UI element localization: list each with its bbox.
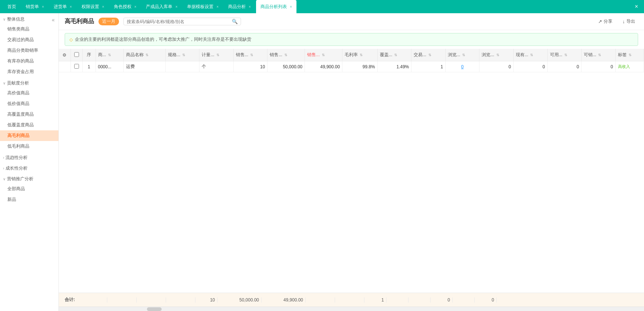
th-gross-margin[interactable]: 毛利率 ⇅ (342, 49, 378, 61)
sidebar-item-category-assist-rate[interactable]: 商品分类助销率 (0, 45, 58, 56)
sidebar-item-high-value-products[interactable]: 高价值商品 (0, 88, 58, 98)
th-settings[interactable]: ⚙ (59, 49, 71, 61)
sidebar-group-contribution-analysis[interactable]: ∨ 贡献度分析 (0, 77, 58, 88)
table-row: 1 0000... 运费 个 10 50,000.00 49,900.00 99… (59, 61, 644, 72)
chevron-down-icon: ∨ (3, 17, 6, 21)
cell-coverage: 1.49% (377, 61, 411, 72)
nav-close-all[interactable]: × (632, 3, 641, 10)
th-checkbox[interactable] (71, 49, 82, 61)
top-nav: 首页 销货单 × 进货单 × 权限设置 × 角色授权 × 产成品入库单 × 单据… (0, 0, 644, 13)
sidebar-group-growth-analysis[interactable]: › 成长性分析 (0, 162, 58, 173)
info-banner: ◇ 企业的主要的利润都是这部分商品创造的，可考虑加大推广，同时关注库存是不要出现… (65, 33, 638, 46)
th-trade-count[interactable]: 交易... ⇅ (411, 49, 446, 61)
footer-cell-spacer3 (137, 297, 166, 303)
chevron-right-icon-2: › (3, 166, 4, 170)
sidebar-item-high-margin-products[interactable]: 高毛利商品 (0, 130, 58, 141)
sidebar-item-low-margin-products[interactable]: 低毛利商品 (0, 141, 58, 152)
th-spec[interactable]: 规格... ⇅ (165, 49, 199, 61)
th-tag[interactable]: 标签 ⇅ (615, 49, 644, 61)
row-checkbox[interactable] (74, 64, 79, 69)
scrollbar-thumb[interactable] (147, 307, 162, 311)
th-sales-amount[interactable]: 销售... ⇅ (267, 49, 305, 61)
footer-cell-stock-sellable: 0 (475, 297, 497, 303)
nav-product-analysis-list-close[interactable]: × (290, 5, 292, 9)
nav-doc-template[interactable]: 单据模板设置 × (183, 0, 223, 13)
footer-bar: 合计: 10 50,000.00 49,900.00 1 0 0 (59, 293, 644, 307)
chevron-down-icon-2: ∨ (3, 81, 6, 85)
cell-views2: 0 (479, 61, 514, 72)
cell-checkbox[interactable] (71, 61, 82, 72)
nav-sales-order[interactable]: 销货单 × (21, 0, 48, 13)
main-layout: « ∨ 整体信息 销售类商品 交易过的商品 商品分类助销率 有库存的商品 库存资… (0, 13, 644, 311)
footer-cell-views2 (409, 297, 431, 303)
search-icon[interactable]: 🔍 (232, 19, 238, 24)
th-no: 序 (82, 49, 96, 61)
th-stock-available[interactable]: 可用... ⇅ (547, 49, 582, 61)
sidebar-item-sales-products[interactable]: 销售类商品 (0, 24, 58, 35)
page-title: 高毛利商品 (65, 18, 94, 25)
sidebar-item-traded-products[interactable]: 交易过的商品 (0, 35, 58, 45)
sidebar-item-new-products[interactable]: 新品 (0, 194, 58, 205)
cell-name: 运费 (123, 61, 165, 72)
horizontal-scrollbar[interactable] (59, 307, 644, 311)
th-sales-qty[interactable]: 销售... ⇅ (233, 49, 267, 61)
nav-purchase-close[interactable]: × (70, 5, 72, 9)
share-button[interactable]: ↗ 分享 (595, 17, 615, 26)
sidebar-group-marketing-analysis[interactable]: ∨ 营销推广分析 (0, 173, 58, 184)
cell-unit: 个 (199, 61, 234, 72)
th-sales-profit[interactable]: 销售... ⇅ (305, 49, 342, 61)
th-stock-current[interactable]: 现有... ⇅ (513, 49, 547, 61)
nav-role-auth[interactable]: 角色授权 × (109, 0, 141, 13)
sidebar-item-in-stock-products[interactable]: 有库存的商品 (0, 56, 58, 66)
footer-cell-sales-profit: 49,900.00 (262, 297, 306, 303)
content-area: 高毛利商品 近一月 🔍 ↗ 分享 ↓ 导出 ◇ 企业的主要的利润都是这部分商品创… (59, 13, 644, 311)
sidebar-item-all-products[interactable]: 全部商品 (0, 184, 58, 194)
footer-cell-spacer1 (78, 297, 107, 303)
search-input[interactable] (127, 19, 230, 24)
footer-cell-coverage (335, 297, 364, 303)
nav-product-analysis-list[interactable]: 商品分析列表 × (256, 0, 296, 13)
nav-permission-close[interactable]: × (102, 5, 104, 9)
th-stock-sellable[interactable]: 可销... ⇅ (582, 49, 616, 61)
nav-product-inbound[interactable]: 产成品入库单 × (141, 0, 182, 13)
th-unit[interactable]: 计量... ⇅ (199, 49, 234, 61)
content-header: 高毛利商品 近一月 🔍 ↗ 分享 ↓ 导出 (59, 13, 644, 30)
sidebar-item-stock-capital-usage[interactable]: 库存资金占用 (0, 66, 58, 77)
th-views1[interactable]: 浏览... ⇅ (445, 49, 479, 61)
cell-stock-current: 0 (513, 61, 547, 72)
sidebar-collapse-button[interactable]: « (50, 16, 57, 23)
sidebar-item-low-value-products[interactable]: 低价值商品 (0, 98, 58, 109)
export-icon: ↓ (623, 19, 625, 24)
footer-cell-spacer4 (166, 297, 195, 303)
nav-role-close[interactable]: × (134, 5, 137, 9)
filter-recent-month-button[interactable]: 近一月 (98, 18, 119, 25)
sidebar-group-trend-analysis[interactable]: › 流趋性分析 (0, 152, 58, 162)
footer-cells: 10 50,000.00 49,900.00 1 0 0 (78, 297, 638, 303)
nav-sales-order-close[interactable]: × (42, 5, 44, 9)
sidebar-item-low-coverage-products[interactable]: 低覆盖度商品 (0, 120, 58, 130)
nav-doc-template-close[interactable]: × (216, 5, 219, 9)
cell-stock-available: 0 (547, 61, 582, 72)
nav-product-inbound-close[interactable]: × (175, 5, 177, 9)
nav-home[interactable]: 首页 (3, 0, 21, 13)
cell-trade-count: 1 (411, 61, 446, 72)
cell-no: 1 (82, 61, 96, 72)
nav-product-analysis[interactable]: 商品分析 × (224, 0, 255, 13)
sidebar-item-high-coverage-products[interactable]: 高覆盖度商品 (0, 109, 58, 120)
table-container: ⚙ 序 商... ⇅ 商品名称 ⇅ 规格... ⇅ 计量... ⇅ 销售... … (59, 49, 644, 293)
th-views2[interactable]: 浏览... ⇅ (479, 49, 514, 61)
th-coverage[interactable]: 覆盖... ⇅ (377, 49, 411, 61)
footer-cell-stock-available (453, 297, 475, 303)
nav-permission-settings[interactable]: 权限设置 × (77, 0, 109, 13)
nav-product-analysis-close[interactable]: × (249, 5, 251, 9)
nav-purchase-order[interactable]: 进货单 × (49, 0, 76, 13)
cell-stock-sellable: 0 (582, 61, 616, 72)
th-name[interactable]: 商品名称 ⇅ (123, 49, 165, 61)
export-button[interactable]: ↓ 导出 (620, 17, 638, 26)
select-all-checkbox[interactable] (74, 52, 79, 57)
table-header-row: ⚙ 序 商... ⇅ 商品名称 ⇅ 规格... ⇅ 计量... ⇅ 销售... … (59, 49, 644, 61)
th-code[interactable]: 商... ⇅ (96, 49, 123, 61)
cell-views1[interactable]: 0 (445, 61, 479, 72)
footer-cell-spacer2 (107, 297, 137, 303)
footer-total-label: 合计: (65, 297, 78, 303)
